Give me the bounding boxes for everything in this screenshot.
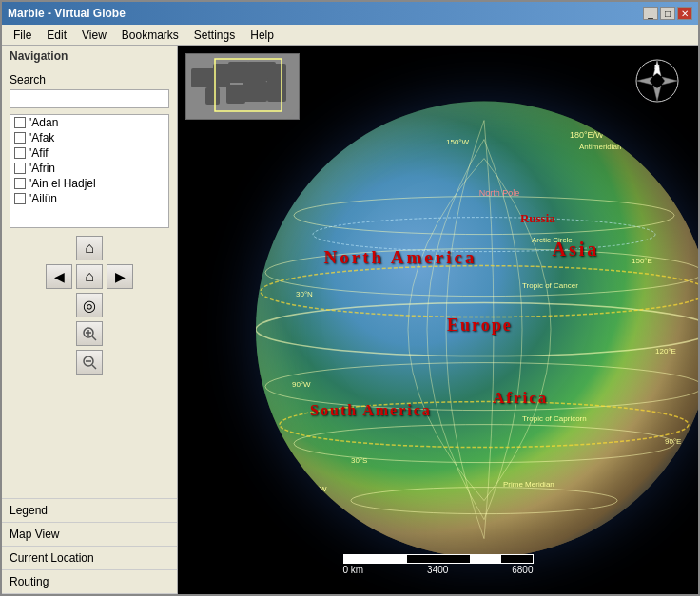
scale-0: 0 km xyxy=(343,565,364,575)
list-item[interactable]: 'Ain el Hadjel xyxy=(10,176,168,191)
list-item[interactable]: 'Afif xyxy=(10,145,168,161)
map-area[interactable]: N xyxy=(178,46,698,594)
back-button[interactable]: ◀ xyxy=(46,264,72,289)
svg-point-31 xyxy=(280,401,689,447)
africa-label: Africa xyxy=(493,388,548,407)
svg-text:60°W: 60°W xyxy=(308,484,327,492)
city-name-ailun: 'Ailün xyxy=(29,192,57,205)
window-title: Marble - Virtual Globe xyxy=(8,7,126,20)
list-item[interactable]: 'Afrin xyxy=(10,161,168,176)
svg-line-1 xyxy=(92,336,96,340)
left-panel: Navigation Search 'Adan 'Afak 'Afif xyxy=(2,46,178,594)
compass: N xyxy=(633,57,681,105)
current-location-section[interactable]: Current Location xyxy=(2,547,177,570)
title-bar: Marble - Virtual Globe _ □ ✕ xyxy=(2,2,698,25)
target-button[interactable]: ◎ xyxy=(76,293,103,317)
list-item[interactable]: 'Adan xyxy=(10,115,168,130)
maximize-button[interactable]: □ xyxy=(660,7,675,20)
map-view-section[interactable]: Map View xyxy=(2,523,177,547)
legend-section[interactable]: Legend xyxy=(2,499,177,523)
svg-text:180°E/W: 180°E/W xyxy=(570,129,604,139)
menu-help[interactable]: Help xyxy=(243,27,282,44)
city-name-adan: 'Adan xyxy=(29,116,58,129)
svg-text:Arctic Circle: Arctic Circle xyxy=(532,235,573,243)
zoom-in-button[interactable] xyxy=(76,321,103,346)
svg-point-30 xyxy=(261,265,699,317)
svg-marker-22 xyxy=(637,77,652,85)
city-name-afrin: 'Afrin xyxy=(29,162,55,175)
checkbox-afak[interactable] xyxy=(14,132,26,144)
forward-button[interactable]: ▶ xyxy=(107,264,133,289)
scale-bar: 0 km 3400 6800 xyxy=(343,554,534,575)
svg-text:0°: 0° xyxy=(336,529,343,537)
search-label: Search xyxy=(10,73,169,87)
russia-label: Russia xyxy=(520,210,555,225)
routing-section[interactable]: Routing xyxy=(2,570,177,594)
scale-mid: 3400 xyxy=(427,565,448,575)
checkbox-afif[interactable] xyxy=(14,147,26,159)
asia-label: Asia xyxy=(553,238,600,260)
main-layout: Navigation Search 'Adan 'Afak 'Afif xyxy=(2,46,698,594)
svg-text:N: N xyxy=(654,63,660,71)
city-list[interactable]: 'Adan 'Afak 'Afif 'Afrin 'Ain el Hadjel xyxy=(10,114,169,228)
svg-point-26 xyxy=(256,302,699,356)
svg-rect-15 xyxy=(243,81,267,102)
svg-text:30°S: 30°S xyxy=(351,455,367,464)
europe-label: Europe xyxy=(447,316,513,336)
minimize-button[interactable]: _ xyxy=(643,7,658,20)
search-input[interactable] xyxy=(10,89,169,108)
app-window: Marble - Virtual Globe _ □ ✕ File Edit V… xyxy=(0,0,700,596)
navigation-header: Navigation xyxy=(2,46,177,67)
home-nav-button[interactable]: ⌂ xyxy=(76,264,103,289)
svg-rect-8 xyxy=(191,68,215,87)
list-item[interactable]: 'Afak xyxy=(10,130,168,145)
list-item[interactable]: 'Ailün xyxy=(10,191,168,206)
svg-text:Antimeridian: Antimeridian xyxy=(579,142,621,150)
svg-point-25 xyxy=(265,248,699,296)
globe-lines-svg: 180°E/W Antimeridian 30°N 60°W 90°W 150°… xyxy=(256,101,699,557)
svg-text:120°E: 120°E xyxy=(655,346,676,355)
zoom-out-button[interactable] xyxy=(76,350,103,375)
svg-text:Tropic of Capricorn: Tropic of Capricorn xyxy=(522,413,587,422)
svg-marker-21 xyxy=(662,77,677,85)
search-section: Search xyxy=(2,67,177,114)
checkbox-afrin[interactable] xyxy=(14,163,26,174)
menu-bookmarks[interactable]: Bookmarks xyxy=(114,27,186,44)
checkbox-adan[interactable] xyxy=(14,117,26,128)
svg-point-24 xyxy=(294,196,674,234)
menu-settings[interactable]: Settings xyxy=(186,27,243,44)
svg-rect-10 xyxy=(228,62,249,83)
svg-text:Tropic of Cancer: Tropic of Cancer xyxy=(522,280,578,289)
menu-edit[interactable]: Edit xyxy=(39,27,74,44)
ctrl-row-nav: ◀ ⌂ ▶ xyxy=(46,264,133,289)
menu-view[interactable]: View xyxy=(74,27,114,44)
south-america-label: South America xyxy=(310,402,432,419)
menu-bar: File Edit View Bookmarks Settings Help xyxy=(2,25,698,46)
scale-end: 6800 xyxy=(512,565,533,575)
zoom-in-icon xyxy=(82,326,97,341)
menu-file[interactable]: File xyxy=(6,27,39,44)
svg-text:90°W: 90°W xyxy=(292,379,311,388)
svg-point-28 xyxy=(294,424,674,462)
window-controls: _ □ ✕ xyxy=(643,7,692,20)
north-america-label: North America xyxy=(324,247,477,268)
svg-rect-13 xyxy=(205,87,220,105)
city-name-afif: 'Afif xyxy=(29,146,49,160)
close-button[interactable]: ✕ xyxy=(677,7,692,20)
svg-text:Prime Meridian: Prime Meridian xyxy=(503,479,554,488)
home-button[interactable]: ⌂ xyxy=(76,236,103,260)
north-pole-label: North Pole xyxy=(479,187,520,197)
checkbox-ailun[interactable] xyxy=(14,193,26,204)
zoom-out-icon xyxy=(82,355,97,370)
svg-line-5 xyxy=(92,365,96,369)
checkbox-ain[interactable] xyxy=(14,178,26,189)
scale-labels: 0 km 3400 6800 xyxy=(343,565,534,575)
compass-svg: N xyxy=(633,57,681,105)
city-name-ain: 'Ain el Hadjel xyxy=(29,177,96,190)
controls-section: ⌂ ◀ ⌂ ▶ ◎ xyxy=(2,228,177,382)
globe-container: 180°E/W Antimeridian 30°N 60°W 90°W 150°… xyxy=(256,101,699,557)
globe[interactable]: 180°E/W Antimeridian 30°N 60°W 90°W 150°… xyxy=(256,101,699,557)
svg-text:150°E: 150°E xyxy=(632,256,652,264)
svg-text:90°E: 90°E xyxy=(665,436,681,445)
bottom-sections: Legend Map View Current Location Routing xyxy=(2,498,177,594)
